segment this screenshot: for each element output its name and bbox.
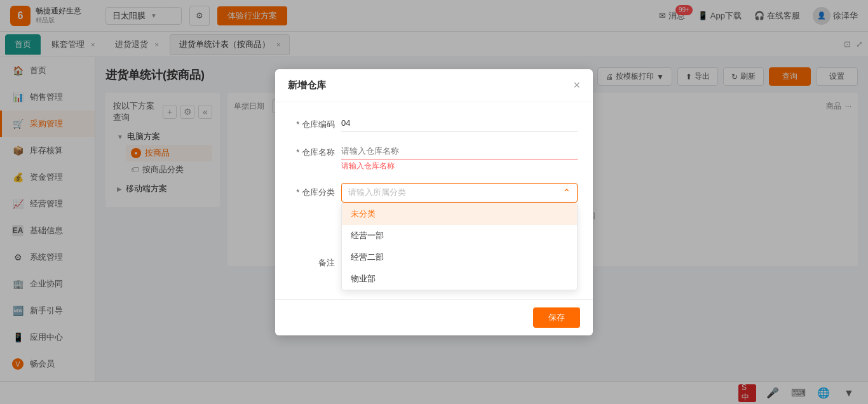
notes-label: 备注	[290, 253, 341, 269]
category-label: * 仓库分类	[290, 183, 341, 198]
modal-header: 新增仓库 ×	[275, 69, 593, 102]
form-row-name: * 仓库名称 请输入仓库名称	[290, 143, 578, 172]
dropdown-item-dept1[interactable]: 经营一部	[342, 225, 577, 246]
dropdown-item-property[interactable]: 物业部	[342, 268, 577, 290]
name-error-message: 请输入仓库名称	[341, 161, 578, 172]
category-placeholder: 请输入所属分类	[348, 187, 562, 198]
code-field-wrapper	[341, 115, 578, 131]
category-dropdown: 未分类 经营一部 经营二部 物业部	[341, 203, 578, 290]
modal-body: * 仓库编码 * 仓库名称 请输入仓库名称 * 仓库分类 请输入所属分类	[275, 102, 593, 299]
dropdown-item-unclassified[interactable]: 未分类	[342, 203, 577, 225]
modal-title: 新增仓库	[288, 79, 326, 91]
form-row-code: * 仓库编码	[290, 115, 578, 131]
name-input[interactable]	[341, 143, 578, 159]
category-select-trigger[interactable]: 请输入所属分类 ⌃	[341, 183, 578, 203]
modal-overlay: 新增仓库 × * 仓库编码 * 仓库名称 请输入仓库名称 * 仓库	[0, 0, 868, 404]
dropdown-item-dept2[interactable]: 经营二部	[342, 246, 577, 268]
category-arrow-icon: ⌃	[562, 187, 571, 199]
code-label: * 仓库编码	[290, 115, 341, 130]
name-label: * 仓库名称	[290, 143, 341, 158]
save-button[interactable]: 保存	[533, 307, 580, 328]
new-warehouse-modal: 新增仓库 × * 仓库编码 * 仓库名称 请输入仓库名称 * 仓库	[275, 69, 593, 335]
modal-close-button[interactable]: ×	[573, 79, 580, 91]
modal-footer: 保存	[275, 299, 593, 335]
category-field-wrapper: 请输入所属分类 ⌃ 未分类 经营一部 经营二部 物业部	[341, 183, 578, 203]
name-field-wrapper: 请输入仓库名称	[341, 143, 578, 172]
form-row-category: * 仓库分类 请输入所属分类 ⌃ 未分类 经营一部 经营二部 物业部	[290, 183, 578, 203]
code-input[interactable]	[341, 115, 578, 131]
